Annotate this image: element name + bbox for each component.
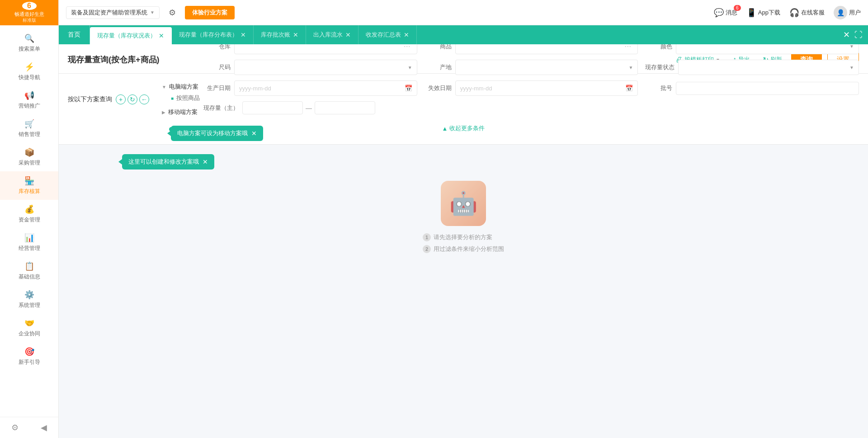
inventory-icon: 🏪: [24, 176, 34, 186]
message-action[interactable]: 💬 消息 6: [714, 8, 737, 18]
back-scheme-btn[interactable]: ←: [139, 94, 149, 104]
color-select[interactable]: ▼: [676, 44, 859, 54]
tip-num-1: 1: [423, 233, 431, 241]
tab-batch-ledger-close[interactable]: ✕: [293, 31, 298, 38]
color-label: 颜色: [645, 44, 672, 51]
top-header: 装备及固定资产辅助管理系统 ▼ ⚙ 体验行业方案 💬 消息 6 📱 App下载 …: [59, 0, 868, 25]
tab-home[interactable]: 首页: [59, 25, 90, 44]
trial-button[interactable]: 体验行业方案: [185, 6, 235, 19]
tip-1-text: 请先选择要分析的方案: [434, 233, 492, 241]
system-selector[interactable]: 装备及固定资产辅助管理系统 ▼: [66, 6, 160, 19]
top-header-left: 装备及固定资产辅助管理系统 ▼ ⚙ 体验行业方案: [66, 5, 235, 20]
size-label: 尺码: [203, 63, 231, 71]
warehouse-dots-icon[interactable]: ···: [402, 44, 412, 51]
size-select[interactable]: ▼: [234, 60, 417, 75]
add-scheme-btn[interactable]: +: [116, 94, 126, 104]
refresh-scheme-btn[interactable]: ↻: [127, 94, 137, 104]
sidebar-item-marketing-label: 营销推广: [19, 102, 40, 110]
tab-inventory-dist-close[interactable]: ✕: [241, 31, 246, 38]
sidebar-item-enterprise[interactable]: 🤝 企业协同: [0, 314, 58, 342]
tab-inout-flow[interactable]: 出入库流水 ✕: [306, 25, 359, 44]
top-header-right: 💬 消息 6 📱 App下载 🎧 在线客服 👤 用户: [714, 6, 861, 19]
scheme-tree-mobile[interactable]: ▶ 移动端方案: [162, 106, 200, 118]
pc-scheme-label: 电脑端方案: [169, 83, 198, 91]
filter-header-label: 按以下方案查询: [68, 95, 112, 104]
sidebar-item-sales[interactable]: 🛒 销售管理: [0, 114, 58, 143]
scheme-tree-pc-sub-item[interactable]: ■ 按照商品: [171, 93, 200, 104]
quicknav-icon: ⚡: [24, 62, 34, 72]
sidebar-item-system[interactable]: ⚙️ 系统管理: [0, 285, 58, 314]
tab-inventory-status-label: 现存量（库存状况表）: [97, 32, 156, 40]
settings-button[interactable]: ⚙: [165, 5, 179, 20]
mobile-arrow-icon: ▶: [162, 110, 165, 115]
warehouse-label: 仓库: [203, 44, 231, 51]
sidebar-item-enterprise-label: 企业协同: [19, 330, 40, 338]
tooltip-scheme: 电脑方案可设为移动方案哦 ✕: [171, 126, 263, 141]
empty-tip-2: 2 用过滤条件来缩小分析范围: [423, 245, 504, 253]
system-selector-arrow-icon: ▼: [150, 10, 155, 15]
sidebar-item-operations[interactable]: 📊 经营管理: [0, 228, 58, 257]
tab-inventory-dist[interactable]: 现存量（库存分布表） ✕: [172, 25, 254, 44]
tab-inventory-status[interactable]: 现存量（库存状况表） ✕: [90, 27, 172, 44]
user-action[interactable]: 👤 用户: [834, 6, 861, 19]
sidebar-item-quicknav[interactable]: ⚡ 快捷导航: [0, 57, 58, 86]
tab-inout-flow-close[interactable]: ✕: [345, 31, 351, 38]
sidebar-item-marketing[interactable]: 📢 营销推广: [0, 86, 58, 114]
dot-indicator: [169, 127, 174, 132]
size-arrow-icon: ▼: [408, 65, 412, 70]
system-name: 装备及固定资产辅助管理系统: [71, 9, 147, 17]
filter-header: 按以下方案查询 + ↻ ← ▼ 电脑端方案 ■ 按照商品: [68, 81, 859, 118]
mobile-scheme-label: 移动端方案: [168, 108, 198, 116]
scheme-tree-pc-sub: ■ 按照商品: [162, 93, 200, 104]
tab-receive-summary[interactable]: 收发存汇总表 ✕: [359, 25, 417, 44]
sidebar-footer: ⚙ ◀: [0, 417, 58, 438]
app-download-action[interactable]: 📱 App下载: [746, 8, 780, 18]
empty-illustration: 🤖: [441, 181, 486, 226]
goods-select[interactable]: ···: [455, 44, 638, 54]
newbie-icon: 🎯: [24, 347, 34, 357]
marketing-icon: 📢: [24, 90, 34, 100]
tooltip-edit-close-btn[interactable]: ✕: [203, 158, 208, 165]
message-icon: 💬: [714, 8, 724, 18]
sidebar-item-search[interactable]: 🔍 搜索菜单: [0, 29, 58, 57]
tab-fullscreen-btn[interactable]: ⛶: [854, 30, 863, 40]
sales-icon: 🛒: [24, 119, 34, 129]
tooltip-scheme-close-btn[interactable]: ✕: [251, 130, 257, 137]
logo-sub: 标准版: [23, 17, 36, 24]
search-icon: 🔍: [24, 33, 34, 43]
origin-label: 产地: [425, 63, 452, 71]
tab-close-all-btn[interactable]: ✕: [843, 30, 850, 40]
tab-inout-flow-label: 出入库流水: [313, 31, 343, 39]
sidebar-item-purchase[interactable]: 📦 采购管理: [0, 143, 58, 171]
inventory-status-select[interactable]: ▼: [678, 60, 859, 75]
tab-bar: 首页 现存量（库存状况表） ✕ 现存量（库存分布表） ✕ 库存批次账 ✕ 出入库…: [59, 25, 868, 44]
enterprise-icon: 🤝: [24, 318, 34, 328]
sidebar-item-inventory[interactable]: 🏪 库存核算: [0, 171, 58, 200]
sidebar-item-basic[interactable]: 📋 基础信息: [0, 257, 58, 285]
origin-arrow-icon: ▼: [628, 65, 633, 70]
online-support-action[interactable]: 🎧 在线客服: [789, 8, 825, 18]
tip-2-text: 用过滤条件来缩小分析范围: [434, 245, 504, 253]
sidebar-collapse-btn[interactable]: ◀: [41, 423, 47, 433]
sidebar-item-finance-label: 资金管理: [19, 216, 40, 224]
sidebar-item-newbie[interactable]: 🎯 新手引导: [0, 342, 58, 371]
pc-arrow-icon: ▼: [162, 85, 166, 89]
tab-batch-ledger[interactable]: 库存批次账 ✕: [254, 25, 306, 44]
origin-select[interactable]: ▼: [455, 60, 638, 75]
size-field: 尺码 ▼: [203, 60, 417, 75]
warehouse-field: 仓库 ···: [203, 44, 417, 54]
goods-dots-icon[interactable]: ···: [623, 44, 633, 51]
collapse-up-icon: ▲: [442, 125, 448, 132]
app-download-label: App下载: [758, 9, 780, 17]
tab-receive-summary-close[interactable]: ✕: [404, 31, 409, 38]
tab-inventory-status-close[interactable]: ✕: [159, 32, 164, 39]
scheme-tree-pc[interactable]: ▼ 电脑端方案: [162, 81, 200, 93]
warehouse-select[interactable]: ···: [234, 44, 417, 54]
basic-icon: 📋: [24, 261, 34, 271]
sidebar-item-sales-label: 销售管理: [19, 131, 40, 138]
empty-tips: 1 请先选择要分析的方案 2 用过滤条件来缩小分析范围: [423, 233, 504, 257]
finance-icon: 💰: [24, 204, 34, 214]
sidebar-settings-btn[interactable]: ⚙: [11, 423, 19, 433]
inventory-status-field: 现存量状态 ▼: [645, 60, 859, 75]
sidebar-item-finance[interactable]: 💰 资金管理: [0, 200, 58, 228]
